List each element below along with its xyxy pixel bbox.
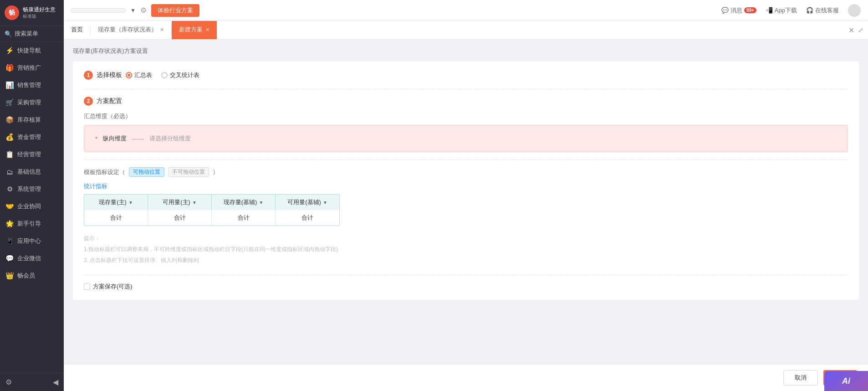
- finance-icon: 💰: [5, 133, 14, 141]
- sidebar-item-system[interactable]: ⚙ 系统管理: [0, 180, 64, 198]
- chevron-down-col3: ▼: [259, 200, 263, 205]
- indicator-label: 模板指标设定（ 可拖动位置 不可拖动位置 ）: [84, 167, 848, 177]
- cancel-button[interactable]: 取消: [783, 370, 818, 386]
- tab-inventory-status[interactable]: 现存量（库存状况表） ✕: [91, 21, 171, 39]
- vertical-dimension-placeholder[interactable]: 请选择分组维度: [149, 134, 191, 143]
- sales-icon: 📊: [5, 81, 14, 89]
- tab-close-inventory[interactable]: ✕: [160, 27, 164, 33]
- dimension-area[interactable]: * 纵向维度 —— 请选择分组维度: [84, 125, 848, 152]
- step2-badge: 2: [84, 97, 93, 106]
- trial-btn[interactable]: 体验行业方案: [151, 4, 199, 17]
- chevron-down-col1: ▼: [128, 200, 133, 205]
- sidebar-nav: ⚡ 快捷导航 🎁 营销推广 📊 销售管理 🛒 采购管理 📦 库存核算 💰 资金管…: [0, 42, 64, 373]
- search-icon: 🔍: [5, 31, 12, 37]
- header-search-box[interactable]: [71, 8, 126, 13]
- sidebar-logo: 畅: [5, 5, 19, 20]
- step2-title: 方案配置: [97, 97, 122, 105]
- chevron-down-icon: ▼: [130, 7, 136, 14]
- weixin-icon: 💬: [5, 254, 14, 262]
- radio-cross-circle: [161, 72, 168, 78]
- template-radio-group: 汇总表 交叉统计表: [126, 71, 199, 79]
- step1-block: 1 选择模板 汇总表 交叉统计表: [84, 71, 848, 80]
- col-header-4[interactable]: 可用量(基辅) ▼: [276, 195, 339, 210]
- user-avatar[interactable]: [848, 4, 861, 17]
- bottom-divider: [84, 275, 848, 275]
- col-cell-2: 合计: [148, 210, 212, 226]
- tab-close-new-plan[interactable]: ✕: [205, 27, 209, 33]
- radio-summary-circle: [126, 72, 132, 78]
- service-icon: 🎧: [806, 7, 813, 14]
- config-divider: [84, 159, 848, 160]
- dimension-row: * 纵向维度 —— 请选择分组维度: [95, 134, 837, 143]
- top-header-left: ▼ ⚙ 体验行业方案: [71, 4, 199, 17]
- tab-new-plan[interactable]: 新建方案 ✕: [172, 21, 217, 39]
- sidebar-search[interactable]: 🔍 搜索菜单: [0, 26, 64, 42]
- purchase-icon: 🛒: [5, 98, 14, 107]
- footer-settings-icon[interactable]: ⚙: [5, 378, 12, 386]
- message-icon: 💬: [721, 7, 729, 14]
- col-cell-4: 合计: [276, 210, 339, 226]
- close-window-icon[interactable]: ✕: [848, 26, 854, 35]
- operation-icon: 📋: [5, 150, 14, 159]
- messages-badge: 99+: [744, 7, 756, 13]
- chevron-down-col4: ▼: [323, 200, 327, 205]
- footer-collapse-icon[interactable]: ◀: [53, 378, 58, 386]
- step1-header: 1 选择模板 汇总表 交叉统计表: [84, 71, 848, 80]
- step2-header: 2 方案配置: [84, 97, 848, 106]
- sidebar-item-weixin[interactable]: 💬 企业微信: [0, 250, 64, 267]
- sidebar-item-contract[interactable]: 🤝 企业协同: [0, 198, 64, 215]
- bottom-toolbar: 取消 查询: [64, 364, 868, 391]
- ai-float-button[interactable]: Ai: [824, 371, 868, 391]
- vertical-dimension-label: 纵向维度: [103, 134, 127, 143]
- col-header-2[interactable]: 可用量(主) ▼: [148, 195, 212, 210]
- top-header-right: 💬 消息 99+ 📲 App下载 🎧 在线客服: [721, 4, 861, 17]
- sidebar-item-sales[interactable]: 📊 销售管理: [0, 77, 64, 94]
- summary-dimension-label: 汇总维度（必选）: [84, 112, 848, 120]
- col-cell-3: 合计: [212, 210, 276, 226]
- expand-icon[interactable]: ⤢: [858, 26, 863, 34]
- sidebar-item-app-center[interactable]: 📱 应用中心: [0, 232, 64, 250]
- sidebar-footer: ⚙ ◀: [0, 373, 64, 391]
- section-card: 1 选择模板 汇总表 交叉统计表: [73, 62, 859, 300]
- non-draggable-badge: 不可拖动位置: [168, 167, 209, 177]
- sidebar-item-operation[interactable]: 📋 经营管理: [0, 146, 64, 163]
- col-header-3[interactable]: 现存量(基辅) ▼: [212, 195, 276, 210]
- main-area: ▼ ⚙ 体验行业方案 💬 消息 99+ 📲 App下载 🎧 在线客服 首页: [64, 0, 868, 391]
- radio-cross[interactable]: 交叉统计表: [161, 71, 199, 79]
- marketing-icon: 🎁: [5, 64, 14, 72]
- stats-label: 统计指标: [84, 182, 848, 190]
- save-checkbox[interactable]: [84, 283, 90, 290]
- radio-summary[interactable]: 汇总表: [126, 71, 152, 79]
- sidebar-item-member[interactable]: 👑 畅会员: [0, 267, 64, 284]
- sidebar: 畅 畅康通好生意 标准版 🔍 搜索菜单 ⚡ 快捷导航 🎁 营销推广 📊 销售管理…: [0, 0, 64, 391]
- sidebar-item-marketing[interactable]: 🎁 营销推广: [0, 59, 64, 77]
- sidebar-item-quick-nav[interactable]: ⚡ 快捷导航: [0, 42, 64, 59]
- online-service-item[interactable]: 🎧 在线客服: [806, 6, 839, 15]
- app-download-item[interactable]: 📲 App下载: [766, 6, 797, 15]
- guide-icon: 🌟: [5, 220, 14, 228]
- save-option: 方案保存(可选): [84, 283, 848, 291]
- required-mark: *: [95, 135, 97, 142]
- col-header-1[interactable]: 现存量(主) ▼: [84, 195, 148, 210]
- content-area: 现存量(库存状况表)方案设置 1 选择模板 汇总表 交叉统计表: [64, 40, 868, 364]
- sidebar-item-purchase[interactable]: 🛒 采购管理: [0, 94, 64, 111]
- sidebar-item-basic-info[interactable]: 🗂 基础信息: [0, 163, 64, 180]
- step-divider: [84, 89, 848, 89]
- sidebar-header: 畅 畅康通好生意 标准版: [0, 0, 64, 26]
- step1-title: 选择模板: [97, 71, 122, 79]
- header-dropdown-btn[interactable]: ▼: [130, 7, 136, 14]
- sidebar-item-inventory[interactable]: 📦 库存核算: [0, 111, 64, 129]
- sidebar-brand: 畅康通好生意 标准版: [23, 6, 56, 20]
- messages-item[interactable]: 💬 消息 99+: [721, 6, 756, 15]
- app-center-icon: 📱: [5, 237, 14, 245]
- sidebar-item-guide[interactable]: 🌟 新手引导: [0, 215, 64, 232]
- download-icon: 📲: [766, 7, 773, 14]
- inventory-icon: 📦: [5, 116, 14, 124]
- draggable-badge: 可拖动位置: [129, 167, 164, 177]
- tabs-right-controls: ✕ ⤢: [848, 26, 868, 35]
- sidebar-item-finance[interactable]: 💰 资金管理: [0, 129, 64, 146]
- tab-home[interactable]: 首页: [64, 21, 90, 39]
- header-gear-icon[interactable]: ⚙: [140, 6, 147, 15]
- basic-info-icon: 🗂: [5, 168, 14, 176]
- stats-table-body: 合计 合计 合计 合计: [84, 210, 339, 226]
